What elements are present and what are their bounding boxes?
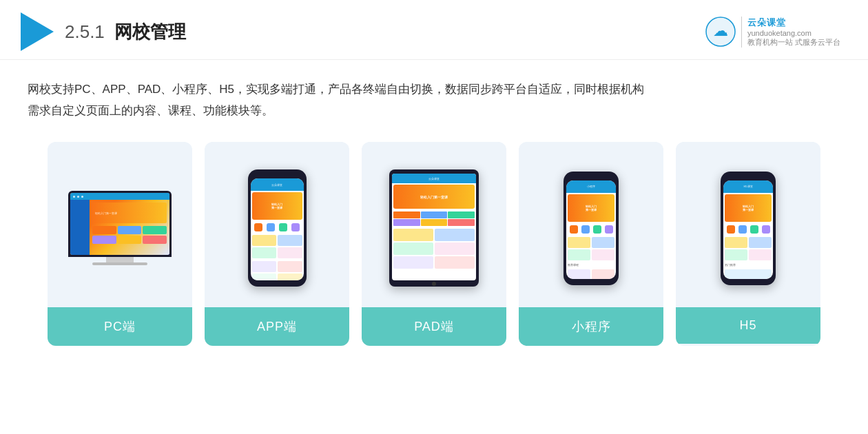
card-app: 云朵课堂 轻松入门 第一堂课: [205, 142, 349, 346]
h5-phone-screen: H5课堂 轻松入门 第一堂课: [723, 180, 773, 279]
card-miniprogram: 小程序 轻松入门 第一堂课: [519, 142, 663, 346]
phone-screen: 云朵课堂 轻松入门 第一堂课: [251, 178, 304, 280]
pc-screen: 轻松入门第一堂课: [70, 193, 169, 255]
tablet-outer: 云朵课堂 轻松入门第一堂课: [389, 169, 479, 287]
phone-outer: 云朵课堂 轻松入门 第一堂课: [248, 169, 307, 287]
tablet-home-btn: [432, 282, 436, 286]
card-app-image: 云朵课堂 轻松入门 第一堂课: [205, 142, 349, 307]
brand-cloud-icon: ☁: [705, 17, 736, 47]
page-header: 2.5.1 网校管理 ☁ 云朵课堂 yunduoketang.com 教育机构一…: [0, 0, 868, 60]
card-pad-image: 云朵课堂 轻松入门第一堂课: [362, 142, 506, 307]
header-left: 2.5.1 网校管理: [21, 12, 186, 51]
h5-phone-mockup: H5课堂 轻松入门 第一堂课: [721, 172, 776, 285]
card-pad: 云朵课堂 轻松入门第一堂课: [362, 142, 506, 346]
card-pad-label: PAD端: [362, 307, 506, 346]
description-line1: 网校支持PC、APP、PAD、小程序、H5，实现多端打通，产品各终端自由切换，数…: [28, 79, 840, 101]
card-h5: H5课堂 轻松入门 第一堂课: [676, 142, 820, 346]
platform-cards: 轻松入门第一堂课: [0, 128, 868, 366]
svg-text:☁: ☁: [713, 22, 728, 39]
tablet-mockup: 云朵课堂 轻松入门第一堂课: [389, 169, 479, 287]
tablet-screen: 云朵课堂 轻松入门第一堂课: [392, 174, 476, 280]
app-phone-mockup: 云朵课堂 轻松入门 第一堂课: [248, 169, 307, 287]
h5-phone-notch: [740, 176, 756, 179]
miniprogram-phone-outer: 小程序 轻松入门 第一堂课: [564, 172, 619, 285]
card-pc-label: PC端: [48, 307, 192, 346]
description-block: 网校支持PC、APP、PAD、小程序、H5，实现多端打通，产品各终端自由切换，数…: [0, 60, 868, 128]
brand-logo: ☁ 云朵课堂 yunduoketang.com 教育机构一站 式服务云平台: [705, 17, 840, 48]
phone-notch: [269, 174, 285, 177]
card-h5-image: H5课堂 轻松入门 第一堂课: [676, 142, 820, 307]
card-app-label: APP端: [205, 307, 349, 346]
card-pc-image: 轻松入门第一堂课: [48, 142, 192, 307]
card-h5-label: H5: [676, 307, 820, 344]
card-pc: 轻松入门第一堂课: [48, 142, 192, 346]
card-miniprogram-label: 小程序: [519, 307, 663, 346]
brand-text: 云朵课堂 yunduoketang.com 教育机构一站 式服务云平台: [741, 17, 840, 48]
card-miniprogram-image: 小程序 轻松入门 第一堂课: [519, 142, 663, 307]
miniprogram-phone-screen: 小程序 轻松入门 第一堂课: [566, 180, 616, 279]
pc-stand: [106, 257, 134, 262]
page-title: 2.5.1 网校管理: [65, 20, 186, 44]
pc-base: [92, 262, 147, 265]
pc-mockup: 轻松入门第一堂课: [68, 191, 172, 265]
pc-screen-outer: 轻松入门第一堂课: [68, 191, 172, 257]
logo-triangle-icon: [21, 12, 54, 51]
description-line2: 需求自定义页面上的内容、课程、功能模块等。: [28, 101, 840, 122]
miniprogram-phone-notch: [583, 176, 599, 179]
miniprogram-phone-mockup: 小程序 轻松入门 第一堂课: [564, 172, 619, 285]
h5-phone-outer: H5课堂 轻松入门 第一堂课: [721, 172, 776, 285]
